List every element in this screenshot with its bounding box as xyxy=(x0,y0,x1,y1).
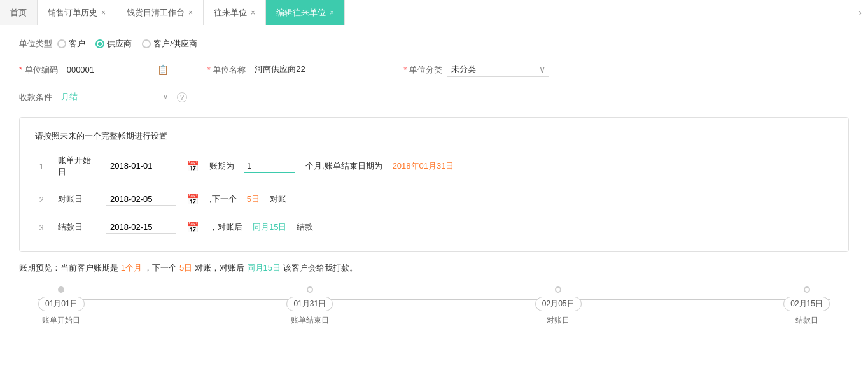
preview-highlight2: 5日 xyxy=(179,263,192,272)
timeline-point-2: 01月31日 账单结束日 xyxy=(286,286,333,326)
tab-sales-history[interactable]: 销售订单历史 × xyxy=(38,0,116,25)
row-desc-1b: 个月,账单结束日期为 xyxy=(305,160,382,172)
reconcile-row: 2 对账日 📅 ,下一个 5日 对账 xyxy=(35,193,833,206)
end-date-highlight: 2018年01月31日 xyxy=(393,160,454,172)
tab-partner-label: 往来单位 xyxy=(214,7,247,18)
preview-text: 账期预览：当前客户账期是 1个月 ，下一个 5日 对账，对账后 同月15日 该客… xyxy=(19,262,849,274)
timeline-point-1: 01月01日 账单开始日 xyxy=(38,286,85,326)
unit-name-label: 单位名称 xyxy=(207,64,246,76)
section-title: 请按照未来的一个完整帐期进行设置 xyxy=(35,130,833,142)
row-desc-3b: 结款 xyxy=(297,222,313,233)
preview-mid2: 对账，对账后 xyxy=(195,263,244,272)
tab-home-label: 首页 xyxy=(10,7,27,18)
row-desc-1a: 账期为 xyxy=(209,160,234,172)
settlement-row: 3 结款日 📅 ，对账后 同月15日 结款 xyxy=(35,221,833,234)
tl-dot-1 xyxy=(58,286,64,293)
timeline-point-3: 02月05日 对账日 xyxy=(535,286,582,326)
start-date-calendar-icon[interactable]: 📅 xyxy=(186,160,199,172)
payment-terms-value: 月结 xyxy=(61,91,160,102)
unit-category-label: 单位分类 xyxy=(403,64,442,76)
tl-label-box-2: 01月31日 xyxy=(286,297,333,311)
unit-category-group: 单位分类 未分类 ∨ xyxy=(403,62,549,77)
help-icon[interactable]: ? xyxy=(177,92,187,102)
tab-home[interactable]: 首页 xyxy=(0,0,38,25)
settlement-date-calendar-icon[interactable]: 📅 xyxy=(186,222,199,234)
row-num-1: 1 xyxy=(35,162,48,171)
radio-group-unit-type: 客户 供应商 客户/供应商 xyxy=(57,38,197,50)
tab-more-button[interactable]: › xyxy=(852,0,868,25)
radio-customer-circle xyxy=(57,39,66,48)
tl-sub-2: 账单结束日 xyxy=(291,315,329,326)
preview-suffix: 该客户会给我打款。 xyxy=(283,263,358,272)
tab-partner[interactable]: 往来单位 × xyxy=(204,0,266,25)
row-num-3: 3 xyxy=(35,223,48,232)
tab-cash-ledger-close[interactable]: × xyxy=(188,8,193,17)
unit-info-row: 单位编码 📋 单位名称 单位分类 未分类 ∨ xyxy=(19,62,849,77)
preview-mid1: ，下一个 xyxy=(144,263,177,272)
tl-date-2: 01月31日 xyxy=(293,299,326,308)
settlement-highlight: 同月15日 xyxy=(253,222,286,233)
preview-highlight3: 同月15日 xyxy=(247,263,281,272)
payment-terms-group: 收款条件 月结 ∨ ? xyxy=(19,90,187,104)
chevron-right-icon: › xyxy=(858,7,862,18)
timeline-point-4: 02月15日 结款日 xyxy=(783,286,830,326)
tab-cash-ledger[interactable]: 钱货日清工作台 × xyxy=(116,0,204,25)
row-label-2: 对账日 xyxy=(58,194,96,205)
account-period-section: 请按照未来的一个完整帐期进行设置 1 账单开始日 📅 账期为 个月,账单结束日期… xyxy=(19,117,849,252)
tab-cash-ledger-label: 钱货日清工作台 xyxy=(127,7,185,18)
row-label-3: 结款日 xyxy=(58,222,96,233)
timeline: 01月01日 账单开始日 01月31日 账单结束日 02月05日 对账日 xyxy=(19,286,849,326)
radio-both-circle xyxy=(142,39,151,48)
unit-code-group: 单位编码 📋 xyxy=(19,64,169,76)
tab-sales-history-close[interactable]: × xyxy=(101,8,106,17)
unit-type-label: 单位类型 xyxy=(19,38,52,50)
radio-both[interactable]: 客户/供应商 xyxy=(142,38,197,50)
payment-terms-label: 收款条件 xyxy=(19,92,52,103)
radio-customer[interactable]: 客户 xyxy=(57,38,85,50)
payment-terms-select[interactable]: 月结 ∨ xyxy=(57,90,172,104)
start-date-input[interactable] xyxy=(106,160,176,172)
unit-code-input[interactable] xyxy=(63,64,152,76)
tl-label-box-1: 01月01日 xyxy=(38,297,85,311)
tl-label-box-3: 02月05日 xyxy=(535,297,582,311)
radio-customer-label: 客户 xyxy=(69,38,85,50)
tl-date-4: 02月15日 xyxy=(790,299,823,308)
period-input[interactable] xyxy=(244,160,295,173)
tab-edit-partner-label: 编辑往来单位 xyxy=(276,7,326,18)
payment-terms-arrow-icon: ∨ xyxy=(163,93,168,101)
payment-terms-row: 收款条件 月结 ∨ ? xyxy=(19,90,849,104)
unit-name-group: 单位名称 xyxy=(207,64,366,76)
tab-bar: 首页 销售订单历史 × 钱货日清工作台 × 往来单位 × 编辑往来单位 × › xyxy=(0,0,868,25)
settlement-date-input[interactable] xyxy=(106,221,176,234)
radio-supplier[interactable]: 供应商 xyxy=(95,38,132,50)
radio-supplier-circle xyxy=(95,39,104,48)
unit-type-group: 单位类型 客户 供应商 客户/供应商 xyxy=(19,38,197,50)
tl-date-3: 02月05日 xyxy=(542,299,575,308)
unit-name-input[interactable] xyxy=(251,64,365,76)
unit-code-copy-icon[interactable]: 📋 xyxy=(157,64,169,76)
radio-supplier-label: 供应商 xyxy=(107,38,132,50)
tl-date-1: 01月01日 xyxy=(45,299,78,308)
unit-type-row: 单位类型 客户 供应商 客户/供应商 xyxy=(19,38,849,50)
tl-sub-1: 账单开始日 xyxy=(42,315,80,326)
radio-both-label: 客户/供应商 xyxy=(153,38,197,50)
unit-category-arrow-icon: ∨ xyxy=(539,64,545,74)
reconcile-highlight: 5日 xyxy=(247,194,260,205)
reconcile-date-input[interactable] xyxy=(106,193,176,206)
preview-prefix: 账期预览：当前客户账期是 xyxy=(19,263,118,272)
tab-edit-partner[interactable]: 编辑往来单位 × xyxy=(266,0,345,25)
preview-highlight1: 1个月 xyxy=(121,263,142,272)
main-content: 单位类型 客户 供应商 客户/供应商 单位编码 📋 xyxy=(0,25,868,387)
tl-sub-3: 对账日 xyxy=(547,315,570,326)
tab-edit-partner-close[interactable]: × xyxy=(330,8,334,17)
row-desc-3a: ，对账后 xyxy=(209,222,242,233)
tl-dot-2 xyxy=(307,286,313,293)
tl-label-box-4: 02月15日 xyxy=(783,297,830,311)
reconcile-date-calendar-icon[interactable]: 📅 xyxy=(186,194,199,206)
unit-code-label: 单位编码 xyxy=(19,64,58,76)
row-num-2: 2 xyxy=(35,195,48,204)
unit-category-select[interactable]: 未分类 ∨ xyxy=(447,62,549,77)
tab-sales-history-label: 销售订单历史 xyxy=(48,7,97,18)
tab-partner-close[interactable]: × xyxy=(251,8,255,17)
tl-sub-4: 结款日 xyxy=(795,315,818,326)
